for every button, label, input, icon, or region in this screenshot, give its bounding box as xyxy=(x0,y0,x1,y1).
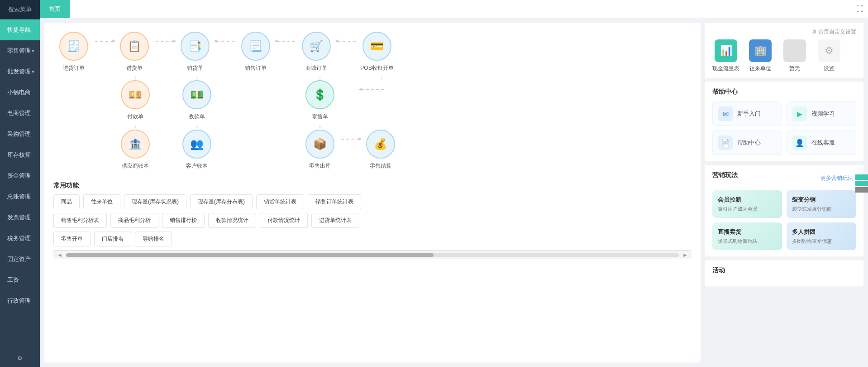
scroll-left-arrow[interactable]: ◄ xyxy=(55,252,64,258)
quick-nav-icon-3[interactable]: ⚙ 设置 xyxy=(816,39,843,72)
receipt-icon: 💵 xyxy=(182,80,211,109)
quick-icon-box-3: ⚙ xyxy=(818,39,840,62)
purchase-label: 进货单 xyxy=(126,64,143,72)
marketing-card-2[interactable]: 直播卖货 场景式购物新玩法 xyxy=(712,222,782,250)
sidebar-item-10[interactable]: 税务管理 xyxy=(0,228,40,249)
cf-btn-1-5[interactable]: 进货单统计表 xyxy=(311,213,359,228)
node-customer-account[interactable]: 👥 客户账本 xyxy=(176,130,217,170)
mc-desc-0: 吸引用户成为会员 xyxy=(718,206,777,212)
payment-label: 付款单 xyxy=(127,113,143,121)
node-retail[interactable]: 💲 零售单 xyxy=(300,80,340,121)
marketing-grid: 会员拉新 吸引用户成为会员裂变分销 裂变式发展分销商直播卖货 场景式购物新玩法多… xyxy=(712,190,856,250)
quick-icon-label-0: 现金流量表 xyxy=(712,65,739,72)
node-sales[interactable]: 📑 销货单 xyxy=(175,32,215,72)
cf-btn-0-4[interactable]: 销货单统计表 xyxy=(256,194,304,209)
node-supplier-account[interactable]: 🏦 供应商账本 xyxy=(115,130,156,170)
quick-nav-icon-1[interactable]: 🏢 往来单位 xyxy=(747,39,774,72)
cf-btn-1-4[interactable]: 付款情况统计 xyxy=(260,213,308,228)
help-item-1[interactable]: ▶ 视频学习 xyxy=(787,101,856,126)
cf-btn-1-0[interactable]: 销售毛利分析表 xyxy=(53,213,107,228)
cf-btn-0-5[interactable]: 销售订单统计表 xyxy=(308,194,361,209)
sidebar-label-3: 小畅电商 xyxy=(7,88,31,97)
sidebar-item-7[interactable]: 资金管理 xyxy=(0,165,40,186)
customer-account-label: 客户账本 xyxy=(186,162,208,170)
cf-btn-0-2[interactable]: 现存量(库存状况表) xyxy=(124,194,186,209)
sidebar-item-11[interactable]: 固定资产 xyxy=(0,249,40,270)
main-panel: 🧾 进货订单 ► 📋 进货单 xyxy=(44,23,701,362)
help-item-2[interactable]: 📄 帮助中心 xyxy=(712,130,782,155)
cf-btn-2-1[interactable]: 门店排名 xyxy=(94,232,131,246)
sidebar-item-13[interactable]: 行政管理 xyxy=(0,290,40,311)
node-mall-order[interactable]: 🛒 商城订单 xyxy=(296,32,337,72)
cf-btn-2-2[interactable]: 导购排名 xyxy=(135,232,172,246)
cf-btn-1-1[interactable]: 商品毛利分析 xyxy=(110,213,158,228)
float-btn-2[interactable]: 桌面快捷 xyxy=(855,187,868,193)
help-center-section: 帮助中心 ✉ 新手入门▶ 视频学习📄 帮助中心👤 在线客服 xyxy=(705,82,863,161)
sidebar-item-6[interactable]: 库存核算 xyxy=(0,145,40,165)
marketing-header: 营销玩法 更多营销玩法 › xyxy=(712,171,856,185)
quick-nav-icons: 📊 现金流量表🏢 往来单位 暂无⚙ 设置 xyxy=(712,39,856,72)
quick-icon-box-1: 🏢 xyxy=(749,39,772,62)
sidebar-item-12[interactable]: 工资 xyxy=(0,270,40,290)
node-pos[interactable]: 💳 POS收银开单 xyxy=(357,32,397,72)
help-icon-2: 📄 xyxy=(718,135,733,150)
marketing-card-0[interactable]: 会员拉新 吸引用户成为会员 xyxy=(712,190,782,218)
tab-home[interactable]: 首页 xyxy=(40,0,70,18)
quick-nav-icon-0[interactable]: 📊 现金流量表 xyxy=(712,39,739,72)
help-label-3: 在线客服 xyxy=(811,139,835,147)
scroll-track[interactable] xyxy=(66,253,679,257)
sidebar-item-5[interactable]: 采购管理 xyxy=(0,124,40,145)
node-payment[interactable]: 💴 付款单 xyxy=(115,80,156,121)
sidebar-search[interactable]: 搜索菜单 xyxy=(0,0,40,19)
common-functions-row1: 商品往来单位现存量(库存状况表)现存量(库存分布表)销货单统计表销售订单统计表 xyxy=(53,194,692,209)
settings-icon: ⚙ xyxy=(17,355,23,362)
cf-btn-0-3[interactable]: 现存量(库存分布表) xyxy=(190,194,253,209)
sidebar-label-9: 发票管理 xyxy=(7,213,31,222)
float-btn-1[interactable]: 服务社区 xyxy=(855,181,868,186)
tab-expand[interactable]: ⛶ xyxy=(856,5,868,13)
sidebar-label-6: 库存核算 xyxy=(7,151,31,159)
sidebar-item-4[interactable]: 电商管理 xyxy=(0,103,40,124)
sidebar-settings[interactable]: ⚙ xyxy=(0,349,40,367)
marketing-title: 营销玩法 xyxy=(712,171,738,179)
help-item-3[interactable]: 👤 在线客服 xyxy=(787,130,856,155)
cf-btn-1-3[interactable]: 收款情况统计 xyxy=(208,213,256,228)
scroll-right-arrow[interactable]: ► xyxy=(681,252,690,258)
sidebar-item-9[interactable]: 发票管理 xyxy=(0,207,40,228)
help-label-0: 新手入门 xyxy=(737,110,761,118)
node-purchase-order[interactable]: 🧾 进货订单 xyxy=(53,32,94,72)
node-retail-settlement[interactable]: 💰 零售结算 xyxy=(360,130,401,170)
payment-icon: 💴 xyxy=(121,80,150,109)
sidebar-label-2: 批发管理 xyxy=(7,68,31,76)
quick-icon-label-2: 暂无 xyxy=(789,65,800,72)
help-item-0[interactable]: ✉ 新手入门 xyxy=(712,101,782,126)
node-retail-out[interactable]: 📦 零售出库 xyxy=(300,130,340,170)
sidebar-item-8[interactable]: 总账管理 xyxy=(0,186,40,207)
sales-order-icon: 📃 xyxy=(241,32,270,61)
cf-btn-0-1[interactable]: 往来单位 xyxy=(83,194,120,209)
node-purchase[interactable]: 📋 进货单 xyxy=(114,32,155,72)
marketing-card-3[interactable]: 多人拼团 拼团购物享受优惠 xyxy=(787,222,856,250)
sidebar-item-0[interactable]: 快捷导航 xyxy=(0,19,40,40)
cf-btn-2-0[interactable]: 零售开单 xyxy=(53,232,91,246)
marketing-card-1[interactable]: 裂变分销 裂变式发展分销商 xyxy=(787,190,856,218)
quick-nav-icon-2[interactable]: 暂无 xyxy=(781,39,808,72)
sidebar-item-1[interactable]: 零售管理▼ xyxy=(0,40,40,61)
cf-btn-0-0[interactable]: 商品 xyxy=(53,194,80,209)
activity-title: 活动 xyxy=(712,266,856,275)
retail-settlement-icon: 💰 xyxy=(366,130,395,159)
sidebar-label-13: 行政管理 xyxy=(7,297,31,305)
float-btn-0[interactable]: 客服热线 xyxy=(855,174,868,180)
sidebar-arrow-2: ▼ xyxy=(31,69,35,74)
sidebar-item-2[interactable]: 批发管理▼ xyxy=(0,61,40,82)
marketing-more-link[interactable]: 更多营销玩法 › xyxy=(820,174,856,182)
mc-title-1: 裂变分销 xyxy=(792,196,851,204)
node-receipt[interactable]: 💵 收款单 xyxy=(176,80,217,121)
sidebar-item-3[interactable]: 小畅电商 xyxy=(0,82,40,103)
sidebar-label-4: 电商管理 xyxy=(7,109,31,117)
home-customize-settings[interactable]: ⚙ 首页自定义设置 xyxy=(712,28,856,36)
node-sales-order[interactable]: 📃 销售订单 xyxy=(235,32,276,72)
sidebar-search-label: 搜索菜单 xyxy=(8,6,32,13)
cf-btn-1-2[interactable]: 销售排行榜 xyxy=(162,213,205,228)
purchase-order-label: 进货订单 xyxy=(63,64,85,72)
